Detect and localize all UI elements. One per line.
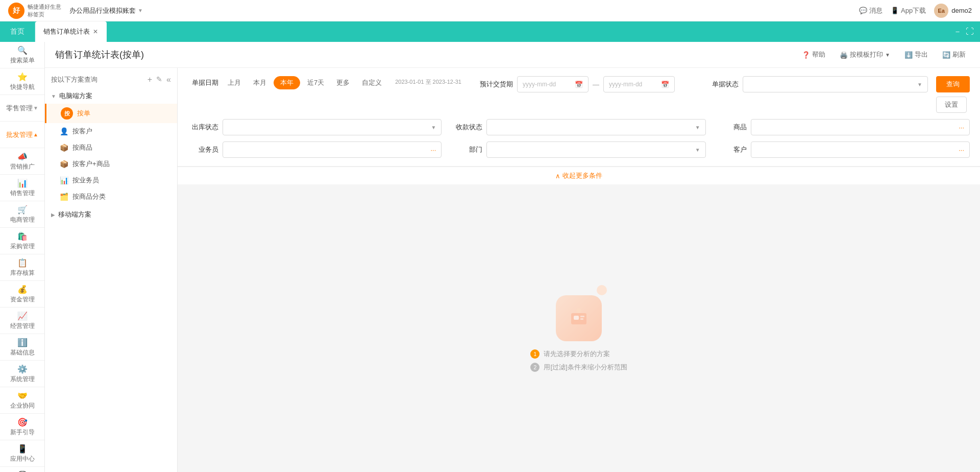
date-btn-more[interactable]: 更多 bbox=[331, 76, 355, 89]
left-panel-header: 按以下方案查询 + ✎ « bbox=[45, 73, 177, 88]
delivery-status-cell: 出库状态 ▼ bbox=[188, 119, 442, 135]
scheme-item-by-salesperson[interactable]: 📊 按业务员 bbox=[45, 172, 177, 188]
settings-button[interactable]: 设置 bbox=[936, 97, 967, 113]
empty-area: 1 请先选择要分析的方案 2 用[过滤]条件来缩小分析范围 bbox=[178, 184, 980, 472]
empty-tips: 1 请先选择要分析的方案 2 用[过滤]条件来缩小分析范围 bbox=[530, 349, 627, 372]
sidebar-item-marketing[interactable]: 📣 营销推广 bbox=[0, 148, 44, 175]
expected-delivery-label: 预计交货期 bbox=[480, 80, 513, 89]
order-status-select[interactable]: ▼ bbox=[743, 76, 928, 92]
chevron-down-icon: ▼ bbox=[695, 147, 700, 153]
message-action[interactable]: 💬 消息 bbox=[859, 6, 883, 15]
sidebar-item-wechat[interactable]: 💬 企业微信 bbox=[0, 467, 44, 472]
marketing-icon: 📣 bbox=[17, 152, 28, 161]
sidebar-item-purchase[interactable]: 🛍️ 采购管理 bbox=[0, 228, 44, 254]
sidebar-item-operation[interactable]: 📈 经营管理 bbox=[0, 308, 44, 334]
search-icon: 🔍 bbox=[17, 45, 28, 55]
company-selector[interactable]: 办公用品行业模拟账套 ▼ bbox=[65, 4, 147, 17]
scheme-item-by-product[interactable]: 📦 按商品 bbox=[45, 139, 177, 156]
app-center-icon: 📱 bbox=[17, 444, 28, 454]
search-button[interactable]: 查询 bbox=[936, 76, 970, 92]
main-layout: 🔍 搜索菜单 ⭐ 快捷导航 零售管理 ▼ 批发管理 ▲ 📣 营销推广 📊 销售管… bbox=[0, 42, 980, 472]
product-ellipsis[interactable]: ··· bbox=[959, 124, 964, 131]
salesperson-input[interactable]: ··· bbox=[223, 141, 442, 158]
sidebar-item-wholesale[interactable]: 批发管理 ▲ bbox=[0, 122, 44, 148]
date-btn-this-month[interactable]: 本月 bbox=[248, 76, 272, 89]
date-separator: — bbox=[593, 81, 599, 88]
help-button[interactable]: ❓ 帮助 bbox=[798, 48, 829, 61]
help-icon: ❓ bbox=[802, 51, 810, 59]
sidebar-item-enterprise[interactable]: 🤝 企业协同 bbox=[0, 387, 44, 414]
sidebar-item-sales-mgmt[interactable]: 📊 销售管理 bbox=[0, 175, 44, 201]
scheme-item-by-customer[interactable]: 👤 按客户 bbox=[45, 123, 177, 139]
tab-bar: 首页 销售订单统计表 ✕ － ⛶ bbox=[0, 21, 980, 42]
scheme-item-by-product-cat[interactable]: 🗂️ 按商品分类 bbox=[45, 188, 177, 205]
date-btn-custom[interactable]: 自定义 bbox=[357, 76, 387, 89]
sidebar-item-app-center[interactable]: 📱 应用中心 bbox=[0, 440, 44, 467]
add-scheme-button[interactable]: + bbox=[148, 75, 152, 84]
operation-icon: 📈 bbox=[17, 311, 28, 321]
salesperson-ellipsis[interactable]: ··· bbox=[430, 146, 436, 154]
template-print-button[interactable]: 🖨️ 按模板打印 ▼ bbox=[836, 48, 894, 61]
app-download-action[interactable]: 📱 App下载 bbox=[891, 6, 926, 15]
top-bar: 好 畅捷通好生意 标签页 办公用品行业模拟账套 ▼ 💬 消息 📱 App下载 E… bbox=[0, 0, 980, 21]
sidebar-item-inventory[interactable]: 📋 库存核算 bbox=[0, 254, 44, 281]
collapse-bar[interactable]: ∧ 请先选择要分析的方案 收起更多条件 bbox=[178, 167, 980, 184]
refresh-button[interactable]: 🔄 刷新 bbox=[938, 48, 970, 61]
date-btn-last-month[interactable]: 上月 bbox=[223, 76, 246, 89]
empty-tip-2: 2 用[过滤]条件来缩小分析范围 bbox=[530, 363, 627, 372]
tab-bar-right: － ⛶ bbox=[953, 27, 980, 37]
calendar-icon: 📅 bbox=[575, 81, 583, 88]
cust-product-icon: 📦 bbox=[59, 160, 68, 168]
sidebar-item-quick-nav[interactable]: ⭐ 快捷导航 bbox=[0, 68, 44, 95]
department-label: 部门 bbox=[452, 145, 482, 154]
product-cat-icon: 🗂️ bbox=[59, 193, 68, 201]
customer-icon: 👤 bbox=[59, 127, 68, 135]
sidebar-item-newbie[interactable]: 🎯 新手引导 bbox=[0, 414, 44, 440]
content-area: 销售订单统计表(按单) ❓ 帮助 🖨️ 按模板打印 ▼ ⬇️ 导出 🔄 刷新 bbox=[45, 42, 980, 472]
sidebar-item-finance[interactable]: 💰 资金管理 bbox=[0, 281, 44, 308]
collection-status-label: 收款状态 bbox=[452, 123, 482, 132]
svg-rect-1 bbox=[574, 316, 579, 320]
delivery-status-label: 出库状态 bbox=[188, 123, 218, 132]
print-icon: 🖨️ bbox=[840, 51, 848, 59]
department-select[interactable]: ▼ bbox=[486, 141, 705, 158]
customer-input[interactable]: ··· bbox=[751, 141, 970, 158]
scheme-item-by-cust-product[interactable]: 📦 按客户+商品 bbox=[45, 156, 177, 172]
enterprise-icon: 🤝 bbox=[17, 391, 28, 400]
scheme-item-by-order[interactable]: 按 按单 bbox=[45, 104, 177, 123]
collection-status-select[interactable]: ▼ bbox=[486, 119, 705, 135]
user-name: demo2 bbox=[951, 7, 972, 14]
user-profile[interactable]: Ea demo2 bbox=[934, 4, 972, 18]
sidebar-item-retail[interactable]: 零售管理 ▼ bbox=[0, 95, 44, 122]
export-button[interactable]: ⬇️ 导出 bbox=[900, 48, 932, 61]
maximize-icon[interactable]: ⛶ bbox=[966, 27, 974, 36]
sidebar-item-system[interactable]: ⚙️ 系统管理 bbox=[0, 361, 44, 387]
svg-point-4 bbox=[576, 308, 581, 313]
empty-tip-1: 1 请先选择要分析的方案 bbox=[530, 349, 627, 359]
illustration-box bbox=[556, 295, 602, 341]
scheme-group-title-pc[interactable]: ▼ 电脑端方案 bbox=[45, 88, 177, 104]
sidebar: 🔍 搜索菜单 ⭐ 快捷导航 零售管理 ▼ 批发管理 ▲ 📣 营销推广 📊 销售管… bbox=[0, 42, 45, 472]
expected-delivery-end[interactable]: yyyy-mm-dd 📅 bbox=[603, 76, 675, 92]
customer-ellipsis[interactable]: ··· bbox=[959, 146, 964, 154]
minimize-icon[interactable]: － bbox=[953, 27, 962, 37]
expected-delivery-start[interactable]: yyyy-mm-dd 📅 bbox=[517, 76, 589, 92]
illustration-decoration bbox=[597, 285, 612, 300]
product-input[interactable]: ··· bbox=[751, 119, 970, 135]
tab-sales-order-stat[interactable]: 销售订单统计表 ✕ bbox=[35, 21, 107, 42]
collapse-panel-button[interactable]: « bbox=[166, 75, 171, 84]
chevron-down-icon: ▼ bbox=[138, 8, 143, 13]
delivery-status-select[interactable]: ▼ bbox=[223, 119, 442, 135]
sidebar-item-ecommerce[interactable]: 🛒 电商管理 bbox=[0, 201, 44, 228]
sidebar-item-search[interactable]: 🔍 搜索菜单 bbox=[0, 42, 44, 68]
edit-scheme-button[interactable]: ✎ bbox=[156, 75, 162, 84]
scheme-group-title-mobile[interactable]: ▶ 移动端方案 bbox=[45, 207, 177, 222]
tab-home[interactable]: 首页 bbox=[0, 21, 35, 42]
date-btn-last-7[interactable]: 近7天 bbox=[302, 76, 329, 89]
newbie-icon: 🎯 bbox=[17, 417, 28, 427]
department-cell: 部门 ▼ bbox=[452, 141, 705, 158]
tab-close-icon[interactable]: ✕ bbox=[93, 28, 98, 35]
refresh-icon: 🔄 bbox=[942, 51, 950, 59]
sidebar-item-basic[interactable]: ℹ️ 基础信息 bbox=[0, 334, 44, 361]
date-btn-this-year[interactable]: 本年 bbox=[274, 76, 300, 89]
